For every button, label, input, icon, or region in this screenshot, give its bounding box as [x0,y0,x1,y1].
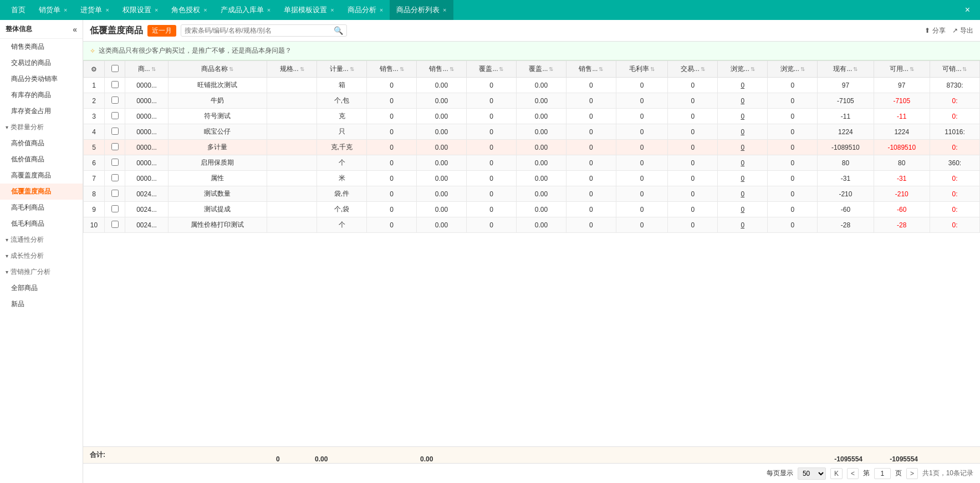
row-browse1[interactable]: 0 [718,171,768,186]
row-sales3: 0 [566,155,616,171]
row-spec [267,78,317,93]
row-saleable: 360: [930,155,979,171]
sidebar-section-成长性分析[interactable]: ▾成长性分析 [0,248,83,264]
row-checkbox-input[interactable] [111,81,119,88]
row-saleable: 0: [930,93,979,109]
export-button[interactable]: ↗ 导出 [952,26,973,35]
sidebar-item-全部商品[interactable]: 全部商品 [0,280,83,296]
row-checkbox-input[interactable] [111,159,119,166]
row-sales2: 0.00 [417,202,467,217]
table-row: 30000...符号测试克00.0000.0000000-11-110: [84,109,980,124]
row-sales1: 0 [367,171,417,186]
sidebar-item-低毛利商品[interactable]: 低毛利商品 [0,216,83,232]
first-page-button[interactable]: K [830,468,843,479]
select-all-checkbox[interactable] [111,65,119,72]
row-gross-rate: 0 [616,186,667,202]
footer-current-total: -1095554 [834,455,862,463]
row-checkbox-input[interactable] [111,128,119,135]
row-browse1[interactable]: 0 [718,93,768,109]
row-browse1[interactable]: 0 [718,186,768,202]
row-browse1[interactable]: 0 [718,78,768,93]
row-current: -7105 [818,93,874,109]
nav-item-产成品入库单[interactable]: 产成品入库单× [214,0,277,20]
nav-item-商品分析列表[interactable]: 商品分析列表× [390,0,453,20]
nav-close-icon[interactable]: × [380,7,383,13]
nav-close-icon[interactable]: × [267,7,270,13]
row-cover1: 0 [466,202,516,217]
table-header-0[interactable]: ⚙ [84,61,105,78]
nav-close-icon[interactable]: × [203,7,207,13]
row-browse1[interactable]: 0 [718,140,768,155]
row-checkbox-input[interactable] [111,221,119,228]
table-header-3: 商品名称⇅ [168,61,267,78]
row-num: 1 [84,78,105,93]
table-header-9: 覆盖...⇅ [516,61,566,78]
nav-close-icon[interactable]: × [64,7,67,13]
nav-item-进货单[interactable]: 进货单× [74,0,115,20]
sidebar-item-新品[interactable]: 新品 [0,296,83,312]
row-trans: 0 [668,155,718,171]
row-checkbox [104,155,125,171]
row-cover2: 0.00 [516,186,566,202]
row-checkbox-input[interactable] [111,96,119,104]
search-box: 🔍 [181,24,347,37]
sidebar-item-商品分类动销率[interactable]: 商品分类动销率 [0,71,83,87]
row-browse1[interactable]: 0 [718,217,768,233]
row-browse1[interactable]: 0 [718,109,768,124]
share-label: 分享 [932,26,946,35]
sort-icon: ⇅ [549,66,553,72]
per-page-select[interactable]: 50 100 200 [798,467,826,480]
sidebar-item-有库存的商品[interactable]: 有库存的商品 [0,87,83,103]
nav-close-icon[interactable]: × [330,7,334,13]
row-checkbox-input[interactable] [111,112,119,119]
row-checkbox-input[interactable] [111,205,119,212]
settings-icon[interactable]: ⚙ [91,65,97,73]
sidebar-section-类群量分析[interactable]: ▾类群量分析 [0,119,83,135]
sidebar-item-销售类商品[interactable]: 销售类商品 [0,39,83,55]
next-page-button[interactable]: > [906,468,918,479]
sidebar-section-营销推广分析[interactable]: ▾营销推广分析 [0,264,83,280]
table-row: 80024...测试数量袋,件00.0000.0000000-210-2100: [84,186,980,202]
window-close-button[interactable]: × [959,0,976,20]
row-name: 测试数量 [168,186,267,202]
search-input[interactable] [185,27,334,34]
nav-item-销货单[interactable]: 销货单× [32,0,74,20]
share-button[interactable]: ⬆ 分享 [925,26,946,35]
sidebar-section-流通性分析[interactable]: ▾流通性分析 [0,232,83,248]
sidebar-item-库存资金占用[interactable]: 库存资金占用 [0,103,83,119]
nav-close-icon[interactable]: × [105,7,109,13]
nav-item-角色授权[interactable]: 角色授权× [165,0,213,20]
sidebar-item-交易过的商品[interactable]: 交易过的商品 [0,55,83,71]
sidebar-item-高毛利商品[interactable]: 高毛利商品 [0,200,83,216]
share-icon: ⬆ [925,27,930,34]
prev-page-button[interactable]: < [847,468,859,479]
nav-item-商品分析[interactable]: 商品分析× [341,0,390,20]
row-checkbox-input[interactable] [111,174,119,181]
row-num: 7 [84,171,105,186]
sort-icon: ⇅ [229,66,233,72]
row-usable: -60 [874,202,930,217]
nav-item-权限设置[interactable]: 权限设置× [116,0,165,20]
row-browse1[interactable]: 0 [718,202,768,217]
sidebar-item-低覆盖度商品[interactable]: 低覆盖度商品 [0,184,83,200]
row-checkbox-input[interactable] [111,190,119,197]
row-code: 0024... [125,202,169,217]
nav-close-icon[interactable]: × [155,7,158,13]
nav-item-单据模板设置[interactable]: 单据模板设置× [277,0,340,20]
page-number-input[interactable]: 1 [874,468,891,479]
sidebar-title: 整体信息 [6,24,32,34]
row-browse2: 0 [768,109,818,124]
sidebar-item-高覆盖度商品[interactable]: 高覆盖度商品 [0,167,83,184]
period-button[interactable]: 近一月 [147,25,176,37]
table-header-4: 规格...⇅ [267,61,317,78]
row-browse1[interactable]: 0 [718,155,768,171]
sidebar-collapse-button[interactable]: « [73,25,77,34]
nav-item-首页[interactable]: 首页 [4,0,32,20]
sidebar-item-低价值商品[interactable]: 低价值商品 [0,151,83,167]
nav-close-icon[interactable]: × [443,7,446,13]
sidebar-item-高价值商品[interactable]: 高价值商品 [0,135,83,151]
table-row: 50000...多计量克,千克00.0000.0000000-1089510-1… [84,140,980,155]
row-checkbox-input[interactable] [111,143,119,150]
row-browse2: 0 [768,155,818,171]
row-browse1[interactable]: 0 [718,124,768,140]
